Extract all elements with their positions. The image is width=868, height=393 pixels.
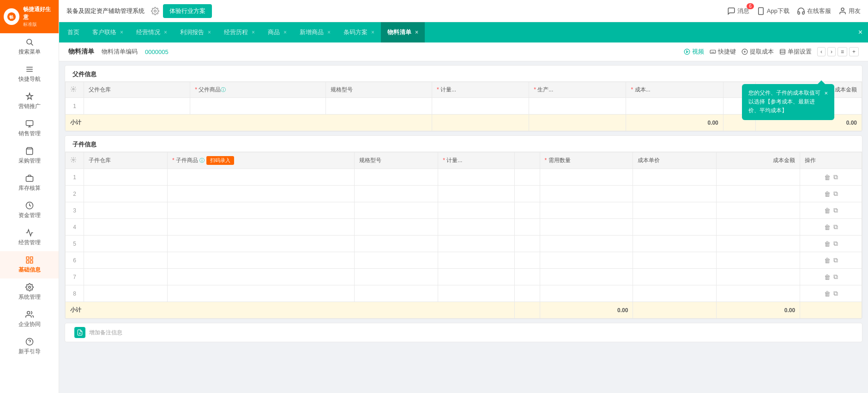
child-row-3-unit[interactable] [438, 202, 514, 219]
app-download-button[interactable]: App下载 [757, 7, 790, 15]
child-row-3-copy-icon[interactable]: ⧉ [833, 206, 838, 214]
sidebar-item-marketing[interactable]: 营销推广 [0, 88, 59, 115]
child-row-1-spec[interactable] [355, 169, 438, 186]
child-row-1-warehouse[interactable] [84, 169, 168, 186]
child-row-1-unit[interactable] [438, 169, 514, 186]
child-row-6-delete-icon[interactable]: 🗑 [824, 257, 831, 264]
parent-row-1-produce[interactable] [529, 98, 626, 115]
child-row-8-unit[interactable] [438, 285, 514, 302]
child-row-6-copy-icon[interactable]: ⧉ [833, 256, 838, 264]
shortcut-action[interactable]: 快捷键 [710, 48, 736, 56]
parent-row-1-spec[interactable] [326, 98, 432, 115]
child-row-3-delete-icon[interactable]: 🗑 [824, 207, 831, 214]
child-row-4-warehouse[interactable] [84, 219, 168, 236]
child-row-2-warehouse[interactable] [84, 186, 168, 202]
child-row-8-unit-cost[interactable] [633, 285, 717, 302]
sidebar-item-search[interactable]: 搜索菜单 [0, 33, 59, 60]
child-row-5-unit-cost[interactable] [633, 236, 717, 252]
tab-new-goods-close[interactable]: × [327, 29, 331, 36]
industry-plan-button[interactable]: 体验行业方案 [163, 4, 212, 18]
child-row-7-warehouse[interactable] [84, 269, 168, 285]
child-row-5-qty[interactable] [540, 236, 633, 252]
child-row-2-product[interactable] [167, 186, 355, 202]
child-row-1-qty[interactable] [540, 169, 633, 186]
child-row-4-copy-icon[interactable]: ⧉ [833, 223, 838, 231]
child-row-1-delete-icon[interactable]: 🗑 [824, 174, 831, 181]
child-row-4-unit[interactable] [438, 219, 514, 236]
child-row-7-product[interactable] [167, 269, 355, 285]
customer-service-button[interactable]: 在线客服 [797, 7, 831, 15]
child-row-2-qty[interactable] [540, 186, 633, 202]
tab-bom-close[interactable]: × [415, 29, 418, 36]
sidebar-item-guide[interactable]: 新手引导 [0, 333, 59, 360]
tab-bom[interactable]: 物料清单 × [381, 22, 425, 42]
tab-operation-close[interactable]: × [164, 29, 167, 36]
sidebar-item-coop[interactable]: 企业协同 [0, 306, 59, 333]
parent-row-1-unit[interactable] [432, 98, 529, 115]
sidebar-item-finance[interactable]: 资金管理 [0, 197, 59, 224]
child-row-6-spec[interactable] [355, 252, 438, 269]
child-row-7-unit-cost[interactable] [633, 269, 717, 285]
parent-row-1-warehouse[interactable] [84, 98, 190, 115]
tab-profit-close[interactable]: × [208, 29, 211, 36]
child-row-3-qty[interactable] [540, 202, 633, 219]
child-row-6-warehouse[interactable] [84, 252, 168, 269]
child-row-8-delete-icon[interactable]: 🗑 [824, 290, 831, 297]
child-row-6-qty[interactable] [540, 252, 633, 269]
parent-row-1-product[interactable] [190, 98, 326, 115]
child-row-2-delete-icon[interactable]: 🗑 [824, 190, 831, 198]
tab-barcode[interactable]: 条码方案 × [337, 22, 381, 42]
child-row-8-product[interactable] [167, 285, 355, 302]
child-row-8-copy-icon[interactable]: ⧉ [833, 290, 838, 297]
child-row-7-spec[interactable] [355, 269, 438, 285]
sidebar-item-basic[interactable]: 基础信息 [0, 251, 59, 278]
child-row-4-unit-cost[interactable] [633, 219, 717, 236]
close-all-tabs[interactable]: × [853, 28, 868, 36]
child-row-6-unit[interactable] [438, 252, 514, 269]
child-row-5-copy-icon[interactable]: ⧉ [833, 240, 838, 248]
child-row-3-product[interactable] [167, 202, 355, 219]
child-row-1-unit-cost[interactable] [633, 169, 717, 186]
tab-history-close[interactable]: × [252, 29, 255, 36]
tab-goods-close[interactable]: × [283, 29, 287, 36]
tab-customer-close[interactable]: × [120, 29, 123, 36]
child-row-2-unit-cost[interactable] [633, 186, 717, 202]
message-button[interactable]: 消息 6 [727, 7, 749, 15]
nav-prev-button[interactable]: ‹ [817, 47, 826, 56]
child-settings-icon[interactable] [70, 157, 77, 163]
child-row-8-spec[interactable] [355, 285, 438, 302]
sidebar-item-system[interactable]: 系统管理 [0, 278, 59, 306]
tab-history[interactable]: 经营历程 × [217, 22, 261, 42]
child-row-4-delete-icon[interactable]: 🗑 [824, 224, 831, 231]
child-row-2-spec[interactable] [355, 186, 438, 202]
sidebar-item-stock[interactable]: 库存核算 [0, 169, 59, 197]
nav-add-button[interactable]: + [849, 47, 859, 56]
tab-profit[interactable]: 利润报告 × [174, 22, 217, 42]
child-row-2-copy-icon[interactable]: ⧉ [833, 190, 838, 198]
tooltip-close-button[interactable]: × [824, 89, 828, 98]
child-row-4-product[interactable] [167, 219, 355, 236]
child-row-2-unit[interactable] [438, 186, 514, 202]
gear-icon[interactable] [151, 7, 159, 15]
user-menu[interactable]: 用友 [838, 7, 861, 15]
sidebar-item-quick-nav[interactable]: 快捷导航 [0, 60, 59, 88]
child-row-5-delete-icon[interactable]: 🗑 [824, 240, 831, 248]
child-row-7-delete-icon[interactable]: 🗑 [824, 273, 831, 281]
tab-home[interactable]: 首页 [61, 22, 86, 42]
tab-goods[interactable]: 商品 × [261, 22, 293, 42]
child-row-8-qty[interactable] [540, 285, 633, 302]
single-setting-action[interactable]: 单据设置 [779, 48, 812, 56]
child-row-7-copy-icon[interactable]: ⧉ [833, 273, 838, 281]
tab-new-goods[interactable]: 新增商品 × [293, 22, 337, 42]
tab-customer[interactable]: 客户联络 × [86, 22, 130, 42]
settings-icon[interactable] [70, 86, 77, 92]
child-row-7-unit[interactable] [438, 269, 514, 285]
sidebar-item-sales[interactable]: 销售管理 [0, 115, 59, 142]
tab-barcode-close[interactable]: × [371, 29, 374, 36]
sidebar-item-operation[interactable]: 经营管理 [0, 224, 59, 251]
child-row-5-unit[interactable] [438, 236, 514, 252]
child-row-5-spec[interactable] [355, 236, 438, 252]
child-row-8-warehouse[interactable] [84, 285, 168, 302]
child-row-3-spec[interactable] [355, 202, 438, 219]
nav-list-button[interactable]: ≡ [838, 47, 847, 56]
